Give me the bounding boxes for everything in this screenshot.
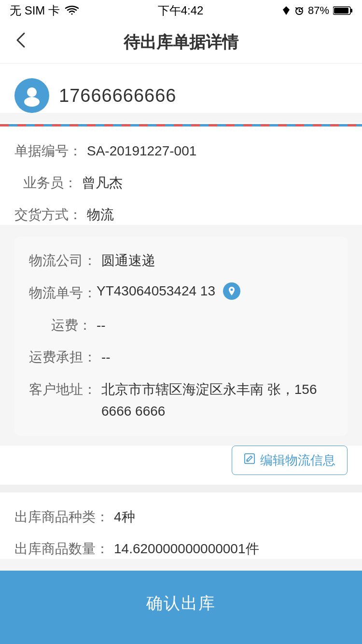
battery-text: 87% [308,4,329,17]
salesman-row: 业务员： 曾凡杰 [14,173,348,193]
freight-bearer-label: 运费承担： [29,347,97,368]
logistics-card: 物流公司： 圆通速递 物流单号： YT43064053424 13 运费： --… [14,237,348,436]
document-no-label: 单据编号： [14,141,82,161]
delivery-label: 交货方式： [14,205,82,225]
time-text: 下午4:42 [158,3,204,18]
address-label: 客户地址： [29,379,97,401]
salesman-label: 业务员： [14,173,77,193]
edit-logistics-button[interactable]: 编辑物流信息 [232,446,348,475]
product-type-value: 4种 [114,507,348,527]
salesman-value: 曾凡杰 [82,173,348,193]
status-right: 87% [282,4,352,17]
logistics-company-label: 物流公司： [29,250,97,272]
user-phone: 17666666666 [59,85,176,106]
dashed-divider [0,123,362,126]
edit-logistics-row: 编辑物流信息 [0,446,362,485]
product-quantity-label: 出库商品数量： [14,539,109,559]
wifi-icon [65,5,79,16]
logistics-tracking-value: YT43064053424 13 [97,283,215,299]
freight-label: 运费： [29,315,92,336]
document-no-row: 单据编号： SA-20191227-001 [14,141,348,161]
product-type-row: 出库商品种类： 4种 [14,507,348,527]
freight-value: -- [97,315,333,336]
alarm-icon [294,5,304,16]
svg-point-4 [27,87,37,97]
battery-icon [333,6,352,15]
back-button[interactable] [14,27,31,58]
svg-rect-3 [334,8,348,14]
carrier-text: 无 SIM 卡 [10,3,60,18]
basic-info-section: 单据编号： SA-20191227-001 业务员： 曾凡杰 交货方式： 物流 [0,126,362,225]
product-type-label: 出库商品种类： [14,507,109,527]
edit-logistics-label: 编辑物流信息 [260,452,335,469]
track-location-button[interactable] [223,282,240,300]
svg-point-5 [24,97,40,107]
freight-bearer-value: -- [101,347,333,368]
freight-bearer-row: 运费承担： -- [29,347,333,368]
section-separator-1 [0,485,362,492]
confirm-outbound-button[interactable]: 确认出库 [14,582,348,625]
product-info-section: 出库商品种类： 4种 出库商品数量： 14.620000000000001件 [0,492,362,559]
logistics-tracking-label: 物流单号： [29,282,97,304]
status-left: 无 SIM 卡 [10,3,79,18]
location-indicator-icon [282,5,291,16]
nav-bar: 待出库单据详情 [0,21,362,64]
product-quantity-value: 14.620000000000001件 [114,539,348,559]
logistics-tracking-row: 物流单号： YT43064053424 13 [29,282,333,304]
address-row: 客户地址： 北京市市辖区海淀区永丰南 张，156 6666 6666 [29,379,333,422]
svg-rect-2 [350,9,352,13]
delivery-value: 物流 [87,205,348,225]
page-title: 待出库单据详情 [124,31,238,54]
avatar [14,78,49,113]
address-value: 北京市市辖区海淀区永丰南 张，156 6666 6666 [101,379,333,422]
freight-row: 运费： -- [29,315,333,336]
edit-icon [244,453,255,468]
logistics-company-row: 物流公司： 圆通速递 [29,250,333,272]
document-no-value: SA-20191227-001 [87,141,348,161]
user-section: 17666666666 [0,64,362,113]
delivery-row: 交货方式： 物流 [14,205,348,225]
product-quantity-row: 出库商品数量： 14.620000000000001件 [14,539,348,559]
svg-point-6 [231,288,233,291]
status-bar: 无 SIM 卡 下午4:42 87% [0,0,362,21]
bottom-button-area: 确认出库 [0,571,362,644]
svg-rect-7 [245,454,254,463]
logistics-company-value: 圆通速递 [101,250,333,272]
